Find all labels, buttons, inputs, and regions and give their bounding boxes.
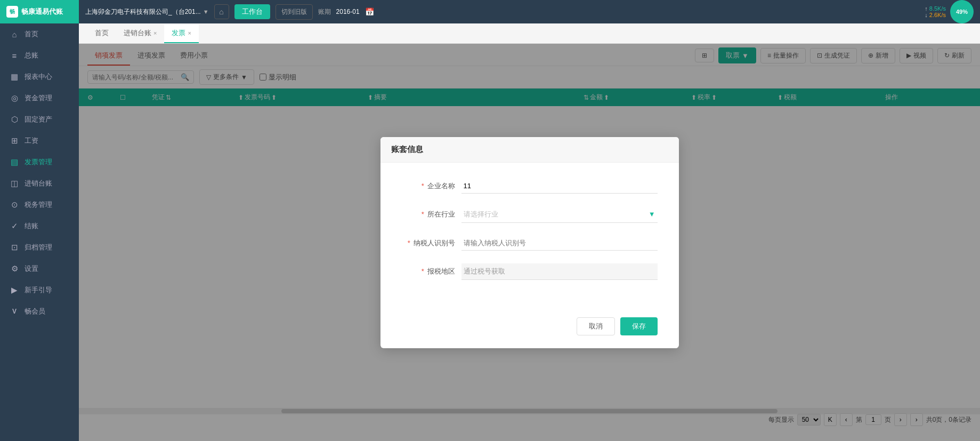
sidebar-item-label: 税务管理 (25, 200, 52, 210)
sidebar-item-close[interactable]: ✓ 结账 (0, 215, 79, 237)
close-accounts-icon: ✓ (10, 221, 19, 231)
speed-percent: 49% (956, 9, 968, 15)
topbar: 上海卯金刀电子科技有限公司_（台201... ▼ ⌂ 工作台 切到旧版 账期 2… (79, 0, 980, 23)
old-version-button[interactable]: 切到旧版 (276, 4, 313, 20)
sidebar-item-label: 资金管理 (25, 93, 52, 103)
sidebar-item-label: 首页 (25, 29, 38, 39)
company-name-input[interactable]: 11 (461, 179, 658, 194)
payroll-icon: ⊞ (10, 136, 19, 146)
logo-icon: 畅 (6, 6, 18, 18)
member-icon: V (10, 308, 19, 315)
sidebar-item-home[interactable]: ⌂ 首页 (0, 23, 79, 45)
tab-purchasesale[interactable]: 进销台账 × (116, 24, 164, 43)
tax-icon: ⊙ (10, 200, 19, 210)
sidebar-item-label: 归档管理 (25, 243, 52, 252)
page-tabs: 首页 进销台账 × 发票 × (79, 23, 980, 44)
company-name: 上海卯金刀电子科技有限公司_（台201... (85, 7, 201, 17)
sidebar: 畅 畅康通易代账 ⌂ 首页 ≡ 总账 ▦ 报表中心 ◎ 资金管理 ⬡ 固定资产 … (0, 0, 79, 441)
tab-invoice-close[interactable]: × (188, 30, 191, 36)
sidebar-item-label: 结账 (25, 221, 38, 231)
workbench-button[interactable]: 工作台 (234, 4, 270, 19)
account-info-modal: 账套信息 * 企业名称 11 * 所在行业 (380, 137, 679, 348)
period-value: 2016-01 (336, 8, 360, 15)
reports-icon: ▦ (10, 72, 19, 82)
sidebar-item-ledger[interactable]: ≡ 总账 (0, 45, 79, 66)
sidebar-item-settings[interactable]: ⚙ 设置 (0, 258, 79, 279)
modal-body: * 企业名称 11 * 所在行业 请选择行业 ▼ (380, 163, 679, 309)
invoice-icon: ▤ (10, 157, 19, 167)
sidebar-item-finance[interactable]: ◎ 资金管理 (0, 87, 79, 109)
sidebar-item-label: 总账 (25, 51, 38, 60)
sidebar-item-label: 报表中心 (25, 72, 52, 82)
home-shortcut-button[interactable]: ⌂ (214, 4, 229, 19)
settings-icon: ⚙ (10, 264, 19, 274)
home-icon: ⌂ (10, 30, 19, 39)
industry-row: * 所在行业 请选择行业 ▼ (402, 206, 658, 223)
sidebar-item-member[interactable]: V 畅会员 (0, 301, 79, 322)
logo-text: 畅康通易代账 (21, 7, 63, 17)
sidebar-item-payroll[interactable]: ⊞ 工资 (0, 130, 79, 151)
sidebar-item-tax[interactable]: ⊙ 税务管理 (0, 194, 79, 215)
tax-region-label: * 报税地区 (402, 267, 455, 276)
company-dropdown-icon[interactable]: ▼ (203, 9, 209, 15)
modal-footer: 取消 保存 (380, 309, 679, 348)
industry-select[interactable]: 请选择行业 ▼ (461, 206, 658, 223)
tax-id-label: * 纳税人识别号 (402, 238, 455, 248)
speed-percent-widget: 49% (950, 0, 974, 23)
tab-home[interactable]: 首页 (87, 24, 116, 43)
sidebar-item-label: 固定资产 (25, 115, 52, 124)
tax-id-row: * 纳税人识别号 (402, 236, 658, 251)
sidebar-item-invoice[interactable]: ▤ 发票管理 (0, 151, 79, 173)
speed-info: ↑ 8.5K/s ↓ 2.6K/s (925, 5, 946, 18)
sidebar-item-label: 设置 (25, 264, 38, 274)
tab-invoice[interactable]: 发票 × (164, 24, 198, 43)
tab-purchasesale-close[interactable]: × (153, 30, 157, 36)
sidebar-item-purchasesale[interactable]: ◫ 进销台账 (0, 173, 79, 194)
industry-dropdown-icon: ▼ (649, 210, 655, 218)
purchasesale-icon: ◫ (10, 179, 19, 188)
cancel-button[interactable]: 取消 (577, 317, 615, 335)
sidebar-item-label: 进销台账 (25, 179, 52, 188)
tax-region-field: 通过税号获取 (461, 263, 658, 280)
save-button[interactable]: 保存 (620, 317, 658, 335)
modal-overlay[interactable]: 账套信息 * 企业名称 11 * 所在行业 (79, 44, 980, 441)
guide-icon: ▶ (10, 285, 19, 295)
industry-placeholder: 请选择行业 (464, 210, 649, 219)
sidebar-item-archive[interactable]: ⊡ 归档管理 (0, 237, 79, 258)
sidebar-item-assets[interactable]: ⬡ 固定资产 (0, 109, 79, 130)
assets-icon: ⬡ (10, 115, 19, 124)
ledger-icon: ≡ (10, 51, 19, 60)
industry-label: * 所在行业 (402, 210, 455, 219)
sidebar-item-reports[interactable]: ▦ 报表中心 (0, 66, 79, 87)
calendar-icon[interactable]: 📅 (365, 7, 374, 16)
sidebar-item-label: 工资 (25, 136, 38, 146)
sidebar-item-label: 新手引导 (25, 285, 52, 295)
sidebar-item-guide[interactable]: ▶ 新手引导 (0, 279, 79, 301)
archive-icon: ⊡ (10, 243, 19, 252)
tax-region-row: * 报税地区 通过税号获取 (402, 263, 658, 280)
sidebar-item-label: 畅会员 (25, 307, 45, 316)
finance-icon: ◎ (10, 93, 19, 103)
main-area: 上海卯金刀电子科技有限公司_（台201... ▼ ⌂ 工作台 切到旧版 账期 2… (79, 0, 980, 441)
download-speed: ↓ 2.6K/s (925, 12, 946, 18)
sidebar-item-label: 发票管理 (25, 157, 52, 167)
topbar-right: ↑ 8.5K/s ↓ 2.6K/s 49% (925, 0, 974, 23)
company-selector[interactable]: 上海卯金刀电子科技有限公司_（台201... ▼ (85, 7, 209, 17)
company-name-label: * 企业名称 (402, 181, 455, 191)
period-label: 账期 (318, 7, 331, 17)
content-area: 销项发票 进项发票 费用小票 ⊞ 取票 ▼ ≡ 批量操作 ⊡ (79, 44, 980, 441)
tax-id-input[interactable] (461, 236, 658, 251)
app-logo: 畅 畅康通易代账 (0, 0, 79, 23)
upload-speed: ↑ 8.5K/s (925, 5, 946, 12)
company-name-row: * 企业名称 11 (402, 179, 658, 194)
modal-title: 账套信息 (380, 137, 679, 163)
